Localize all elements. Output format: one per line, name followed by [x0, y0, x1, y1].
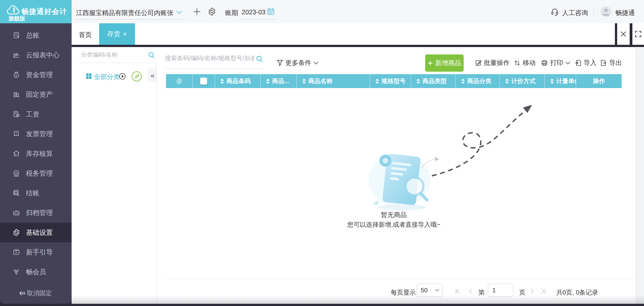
avatar[interactable]	[600, 6, 611, 17]
tax-icon: 税	[12, 170, 20, 177]
column-header-unit[interactable]: 计量单位	[545, 74, 576, 88]
support-link[interactable]: 人工咨询	[562, 9, 588, 18]
batch-actions-button[interactable]: 批量操作	[475, 56, 510, 70]
column-header-type[interactable]: 商品类型	[411, 74, 456, 88]
edit-category-icon[interactable]	[131, 71, 142, 82]
last-page-button[interactable]	[540, 288, 546, 294]
sidebar-item-cloud-reports[interactable]: 云报表中心	[0, 45, 72, 65]
invoice-icon: ¥	[12, 130, 20, 138]
import-button[interactable]: 导入	[575, 56, 596, 70]
add-account-icon[interactable]	[193, 8, 201, 16]
settings-gear-icon[interactable]	[208, 8, 216, 16]
category-search-icon[interactable]	[148, 52, 155, 59]
brand-logo: 畅捷通好会计 旗舰版	[0, 0, 72, 23]
scrollbar-track[interactable]	[636, 48, 644, 304]
print-button[interactable]: 打印	[541, 56, 570, 70]
svg-text:¥: ¥	[16, 132, 17, 134]
select-all-cell	[193, 74, 215, 88]
batch-edit-icon	[475, 59, 482, 67]
sidebar-item-guide[interactable]: 新手引导	[0, 242, 72, 262]
sidebar-item-invoices[interactable]: ¥ 发票管理	[0, 124, 72, 144]
svg-text:¥: ¥	[14, 192, 16, 195]
sidebar-item-inventory[interactable]: 库存核算	[0, 144, 72, 164]
sidebar-item-archive[interactable]: 归档管理	[0, 203, 72, 223]
gear-icon	[12, 229, 20, 236]
closing-icon: ¥	[12, 189, 20, 197]
sort-icon[interactable]	[416, 79, 420, 84]
sidebar-item-label: 总账	[26, 31, 40, 40]
sort-icon[interactable]	[461, 79, 465, 84]
sidebar-item-label: 固定资产	[26, 90, 53, 99]
headset-icon[interactable]	[550, 8, 559, 16]
page-input[interactable]	[488, 283, 513, 297]
tab-label: 存货	[107, 30, 120, 39]
sidebar-item-payroll[interactable]: ¥ 工资	[0, 104, 72, 124]
chevron-down-icon[interactable]	[176, 11, 182, 14]
play-circle-icon[interactable]	[119, 73, 126, 80]
company-selector[interactable]: 江西服宝精品有限责任公司内账张	[76, 9, 174, 18]
collapse-panel-button[interactable]: «	[148, 69, 157, 82]
sidebar-item-fixed-assets[interactable]: 固定资产	[0, 85, 72, 104]
column-header-barcode[interactable]: 商品条码	[215, 74, 261, 88]
move-button[interactable]: 移动	[514, 56, 536, 70]
column-header-name[interactable]: 商品名称	[297, 74, 370, 88]
period-value[interactable]: 2023-03	[242, 9, 266, 16]
sort-icon[interactable]	[376, 79, 379, 84]
sort-icon[interactable]	[505, 79, 509, 84]
per-page-value: 50	[421, 287, 428, 294]
sidebar-item-label: 基础设置	[26, 228, 53, 237]
column-header-code[interactable]: 商品...	[261, 74, 297, 88]
unpin-label: 取消固定	[27, 289, 52, 297]
more-filters-button[interactable]: 更多条件	[277, 56, 318, 70]
column-header-spec[interactable]: 规格型号	[370, 74, 411, 88]
sidebar-item-label: 税务管理	[26, 169, 53, 178]
export-button[interactable]: 导出	[600, 56, 622, 70]
sidebar-item-ledger[interactable]: ¥ 总账	[0, 26, 72, 45]
member-icon	[12, 268, 20, 276]
product-search-input[interactable]	[164, 55, 255, 62]
empty-state-title: 暂无商品	[166, 211, 622, 219]
sidebar-item-closing[interactable]: ¥ 结账	[0, 183, 72, 203]
tab-inventory-active[interactable]: 存货	[99, 23, 135, 45]
next-page-button[interactable]	[529, 288, 535, 294]
first-page-button[interactable]	[454, 288, 460, 294]
sort-icon[interactable]	[220, 79, 224, 84]
sidebar-item-basic-settings[interactable]: 基础设置	[0, 223, 72, 242]
sidebar-item-tax[interactable]: 税 税务管理	[0, 164, 72, 183]
print-label: 打印	[550, 59, 563, 67]
all-categories-item[interactable]: 全部分类	[94, 73, 120, 82]
prev-page-button[interactable]	[467, 288, 474, 294]
category-search-underline	[78, 63, 156, 63]
select-all-checkbox[interactable]	[200, 78, 207, 85]
sort-icon[interactable]	[550, 79, 554, 84]
column-label: 商品...	[272, 77, 289, 85]
money-bag-icon: ¥	[12, 71, 20, 79]
more-filters-label: 更多条件	[285, 59, 311, 67]
unpin-sidebar-button[interactable]: 取消固定	[19, 289, 52, 297]
calendar-icon[interactable]	[267, 8, 275, 16]
sidebar-item-funds[interactable]: ¥ 资金管理	[0, 65, 72, 85]
fullscreen-button[interactable]	[632, 23, 644, 45]
period-underline	[241, 19, 276, 20]
sort-icon[interactable]	[266, 79, 270, 84]
column-header-pricing[interactable]: 计价方式	[500, 74, 545, 88]
period-label: 账期	[225, 9, 238, 18]
sidebar-item-member[interactable]: 畅会员	[0, 262, 72, 282]
add-product-button[interactable]: 新增商品	[425, 55, 464, 72]
sidebar-item-label: 资金管理	[26, 70, 53, 80]
sort-icon[interactable]	[302, 79, 306, 84]
category-search-input[interactable]	[80, 51, 142, 59]
tab-home[interactable]: 首页	[79, 31, 92, 40]
column-label: 操作	[593, 77, 605, 85]
empty-state-subtitle: 您可以选择新增,或者直接导入哦~	[166, 220, 622, 229]
product-search-icon[interactable]	[256, 55, 264, 63]
close-all-tabs-button[interactable]	[617, 23, 630, 45]
username[interactable]: 畅捷通	[615, 9, 635, 18]
column-header-category[interactable]: 商品分类	[456, 74, 500, 88]
column-settings-button[interactable]	[166, 74, 193, 88]
tab-close-icon[interactable]	[123, 32, 127, 36]
sidebar-item-label: 新手引导	[26, 248, 53, 257]
per-page-select[interactable]: 50	[417, 283, 442, 297]
svg-text:¥: ¥	[17, 115, 18, 117]
panel-divider	[156, 63, 157, 304]
